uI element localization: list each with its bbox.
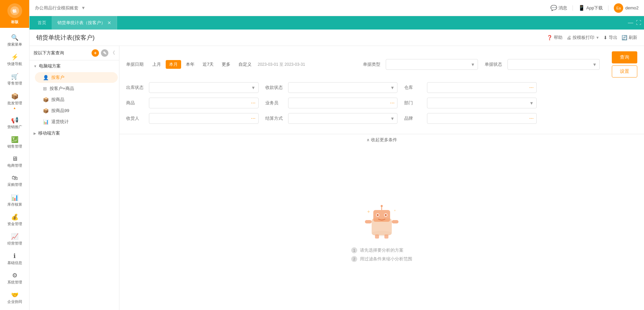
finance-mgmt-icon: 💰 bbox=[11, 213, 18, 221]
sidebar-item-search-menu[interactable]: 🔍 搜索菜单 bbox=[0, 31, 29, 50]
salesperson-input[interactable]: ··· bbox=[288, 98, 398, 108]
tab-close-icon[interactable]: ✕ bbox=[107, 20, 111, 25]
quick-nav-label: 快捷导航 bbox=[7, 62, 22, 66]
filter-row-2: 出库状态 ▼ 收款状态 ▼ bbox=[126, 82, 637, 93]
tab-minimize-icon[interactable]: — bbox=[628, 20, 633, 26]
print-icon: 🖨 bbox=[567, 35, 571, 40]
receipt-status-input[interactable]: ▼ bbox=[288, 82, 398, 93]
tab-sales-stat-label: 销货单统计表（按客户） bbox=[57, 20, 105, 26]
tab-maximize-icon[interactable]: ⛶ bbox=[636, 20, 641, 26]
print-button[interactable]: 🖨 按模板打印 ▼ bbox=[567, 35, 599, 41]
empty-tip-2-text: 用过滤条件来缩小分析范围 bbox=[360, 256, 412, 262]
sidebar-item-retail-mgmt[interactable]: 🛒 零售管理 bbox=[0, 69, 29, 89]
scheme-item-by-goods[interactable]: 📦 按商品 bbox=[35, 94, 118, 105]
date-tabs-container: 上月 本月 本年 近7天 更多 自定义 2023-03-01 至 2023-03… bbox=[149, 60, 356, 69]
date-tab-custom[interactable]: 自定义 bbox=[235, 60, 255, 69]
marketing-icon: 📢 bbox=[11, 116, 18, 124]
tab-home[interactable]: 首页 bbox=[32, 16, 52, 30]
out-status-input[interactable]: ▼ bbox=[149, 82, 259, 93]
scheme-edit-button[interactable]: ✎ bbox=[101, 49, 108, 57]
scheme-group-mobile-header[interactable]: ▶ 移动端方案 bbox=[30, 127, 119, 139]
scheme-item-by-goods99[interactable]: 📦 按商品99 bbox=[35, 105, 118, 116]
sidebar: 畅 标版 🔍 搜索菜单 ⚡ 快捷导航 🛒 零售管理 📦 批发管理 ▲ 📢 营销推… bbox=[0, 0, 30, 310]
sidebar-item-sys-mgmt[interactable]: ⚙ 系统管理 bbox=[0, 268, 29, 288]
brand-label: 品牌 bbox=[404, 115, 424, 121]
scheme-add-button[interactable]: + bbox=[92, 49, 99, 57]
order-status-input[interactable]: ▼ bbox=[507, 59, 600, 70]
download-button[interactable]: 📱 App下载 bbox=[578, 5, 603, 11]
tab-sales-stat[interactable]: 销货单统计表（按客户） ✕ bbox=[52, 16, 117, 30]
user-profile-button[interactable]: Ea demo2 bbox=[614, 3, 639, 13]
tab-home-label: 首页 bbox=[38, 20, 46, 26]
collapse-arrow-icon: ∧ bbox=[367, 138, 370, 142]
receiver-more-icon: ··· bbox=[251, 115, 255, 121]
print-label: 按模板打印 bbox=[573, 35, 594, 41]
date-tab-this-month[interactable]: 本月 bbox=[166, 60, 181, 69]
refresh-button[interactable]: 🔄 刷新 bbox=[622, 35, 637, 41]
scheme-item-refund-stat[interactable]: 📊 退货统计 bbox=[35, 116, 118, 127]
message-button[interactable]: 💬 消息 bbox=[550, 5, 567, 11]
sales-mgmt-label: 销售管理 bbox=[7, 144, 22, 149]
retail-mgmt-label: 零售管理 bbox=[7, 81, 22, 86]
settings-button[interactable]: 设置 bbox=[612, 65, 637, 78]
scheme-item-by-customer[interactable]: 👤 按客户 bbox=[35, 72, 118, 83]
filter-field-brand: 品牌 ··· bbox=[404, 113, 537, 124]
warehouse-input[interactable]: ··· bbox=[427, 82, 537, 93]
sidebar-item-inventory[interactable]: 📊 库存核算 bbox=[0, 191, 29, 210]
sidebar-item-marketing[interactable]: 📢 营销推广 bbox=[0, 113, 29, 133]
sidebar-item-quick-nav[interactable]: ⚡ 快捷导航 bbox=[0, 50, 29, 69]
tip-num-2: 2 bbox=[351, 256, 357, 262]
inventory-label: 库存核算 bbox=[7, 202, 22, 207]
out-status-label: 出库状态 bbox=[126, 85, 146, 91]
sidebar-item-purchase-mgmt[interactable]: 🛍 采购管理 bbox=[0, 171, 29, 190]
help-icon: ❓ bbox=[547, 35, 552, 40]
header-divider1 bbox=[573, 5, 573, 11]
print-dropdown-icon: ▼ bbox=[596, 36, 599, 40]
ecom-mgmt-icon: 🖥 bbox=[12, 155, 18, 162]
order-type-label: 单据类型 bbox=[363, 61, 383, 67]
collapse-bar[interactable]: ∧ 收起更多条件 bbox=[119, 134, 644, 146]
date-tab-this-year[interactable]: 本年 bbox=[182, 60, 198, 69]
scheme-item-by-customer-goods[interactable]: ⊞ 按客户+商品 bbox=[35, 83, 118, 94]
receiver-input[interactable]: ··· bbox=[149, 113, 259, 124]
tab-controls: — ⛶ bbox=[628, 20, 641, 26]
export-button[interactable]: ⬇ 导出 bbox=[603, 35, 618, 41]
enterprise-collab-icon: 🤝 bbox=[11, 291, 18, 299]
sidebar-item-onboarding[interactable]: 🎯 新手引导 bbox=[0, 308, 29, 310]
svg-rect-9 bbox=[365, 220, 372, 223]
order-type-input[interactable]: ▼ bbox=[386, 59, 478, 70]
user-avatar: Ea bbox=[614, 3, 623, 13]
sidebar-item-sales-mgmt[interactable]: 💹 销售管理 bbox=[0, 133, 29, 152]
page-content: 销货单统计表(按客户) ❓ 帮助 🖨 按模板打印 ▼ ⬇ 导出 🔄 刷新 bbox=[30, 30, 644, 310]
scheme-collapse-button[interactable]: 《 bbox=[110, 50, 115, 56]
scheme-by-goods99-icon: 📦 bbox=[43, 108, 49, 113]
receiver-label: 收货人 bbox=[126, 115, 146, 121]
svg-point-12 bbox=[381, 205, 383, 207]
breadcrumb-dropdown-icon[interactable]: ▼ bbox=[81, 5, 86, 10]
inventory-icon: 📊 bbox=[11, 194, 18, 201]
empty-tips: 1 请先选择要分析的方案 2 用过滤条件来缩小分析范围 bbox=[351, 247, 412, 262]
brand-input[interactable]: ··· bbox=[427, 113, 537, 124]
scheme-actions: + ✎ 《 bbox=[92, 49, 115, 57]
date-tab-last-month[interactable]: 上月 bbox=[149, 60, 164, 69]
sidebar-item-basic-info[interactable]: ℹ 基础信息 bbox=[0, 249, 29, 268]
date-tab-more[interactable]: 更多 bbox=[218, 60, 234, 69]
query-button[interactable]: 查询 bbox=[612, 51, 637, 63]
logo-icon: 畅 bbox=[7, 3, 22, 18]
department-input[interactable]: ▼ bbox=[427, 98, 537, 108]
scheme-group-desktop-header[interactable]: ▼ 电脑端方案 bbox=[30, 60, 119, 72]
scheme-header: 按以下方案查询 + ✎ 《 bbox=[30, 46, 119, 60]
goods-input[interactable]: ··· bbox=[149, 98, 259, 108]
date-tab-7days[interactable]: 近7天 bbox=[199, 60, 217, 69]
sidebar-item-biz-mgmt[interactable]: 📈 经营管理 bbox=[0, 229, 29, 249]
sidebar-item-finance-mgmt[interactable]: 💰 资金管理 bbox=[0, 210, 29, 229]
payment-input[interactable]: ▼ bbox=[288, 113, 398, 124]
header-divider2 bbox=[608, 5, 608, 11]
help-button[interactable]: ❓ 帮助 bbox=[547, 35, 562, 41]
sidebar-item-ecom-mgmt[interactable]: 🖥 电商管理 bbox=[0, 152, 29, 171]
sidebar-item-enterprise-collab[interactable]: 🤝 企业协同 bbox=[0, 288, 29, 307]
scheme-refund-stat-icon: 📊 bbox=[43, 119, 49, 124]
filter-field-payment: 结算方式 ▼ bbox=[265, 113, 398, 124]
sidebar-item-wholesale-mgmt[interactable]: 📦 批发管理 ▲ bbox=[0, 89, 29, 113]
department-label: 部门 bbox=[404, 100, 424, 106]
